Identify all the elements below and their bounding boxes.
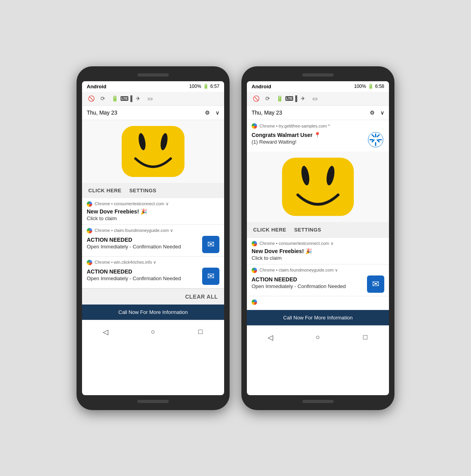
battery-saver-icon: 🔋 bbox=[110, 94, 119, 103]
click-bar-left: CLICK HERE SETTINGS bbox=[82, 183, 224, 198]
svg-rect-6 bbox=[369, 139, 373, 140]
lte-icon: LTE▐ bbox=[122, 94, 131, 103]
recents-button-right[interactable]: □ bbox=[358, 330, 372, 345]
smiley-section-left: CLICK HERE SETTINGS bbox=[82, 120, 224, 198]
notif-title-walmart-right: Congrats Walmart User 📍 bbox=[252, 131, 367, 139]
phone-screen-left: Android 100% 🔋 6:57 🚫 ⟳ 🔋 LTE▐ ✈ ▭ Thu, … bbox=[82, 81, 224, 395]
battery-left: 100% bbox=[189, 84, 201, 89]
date-row-right-left: ⚙ ∨ bbox=[205, 109, 219, 116]
chevron-down-icon-right[interactable]: ∨ bbox=[380, 109, 384, 116]
notification-dove-left[interactable]: Chrome • consumertestconnect.com ∨ New D… bbox=[82, 198, 224, 225]
cta-banner-left[interactable]: Call Now For More Information bbox=[82, 305, 224, 320]
chrome-icon-foundmoney-right bbox=[252, 268, 257, 273]
click-here-button-right[interactable]: CLICK HERE bbox=[253, 227, 286, 233]
icon-group-right: 🚫 ⟳ 🔋 LTE▐ ✈ ▭ bbox=[247, 92, 389, 106]
notification-foundmoney-right[interactable]: Chrome • claim.foundmoneyguide.com ∨ ACT… bbox=[247, 264, 389, 296]
phone-bottom-bar-left bbox=[137, 400, 169, 403]
settings-gear-icon-right[interactable]: ⚙ bbox=[370, 109, 375, 116]
notif-text-foundmoney-left: ACTION NEEDED Open Immediately - Confirm… bbox=[87, 236, 202, 253]
status-right-right: 100% 🔋 6:58 bbox=[354, 84, 384, 89]
click-here-button-left[interactable]: CLICK HERE bbox=[88, 188, 121, 193]
icon-group-left: 🚫 ⟳ 🔋 LTE▐ ✈ ▭ bbox=[82, 92, 224, 106]
notif-header-dove-left: Chrome • consumertestconnect.com ∨ bbox=[82, 198, 224, 208]
svg-rect-5 bbox=[375, 142, 376, 146]
home-button-right[interactable]: ○ bbox=[311, 330, 325, 345]
date-row-right: Thu, May 23 ⚙ ∨ bbox=[247, 106, 389, 120]
back-button-left[interactable]: ◁ bbox=[99, 325, 113, 339]
date-label-left: Thu, May 23 bbox=[87, 109, 117, 116]
notif-body-click4riches-left: Open Immediately - Confirmation Needed bbox=[87, 275, 202, 285]
mail-icon-foundmoney-left: ✉ bbox=[202, 236, 219, 253]
date-row-right-right: ⚙ ∨ bbox=[370, 109, 384, 116]
carrier-left: Android bbox=[87, 84, 106, 89]
chrome-icon-click4riches-left bbox=[87, 260, 92, 265]
do-not-disturb-icon: 🚫 bbox=[87, 94, 95, 103]
phone-speaker-right bbox=[302, 73, 334, 77]
notif-text-foundmoney-right: ACTION NEEDED Open Immediately - Confirm… bbox=[252, 275, 367, 292]
notif-body-dove-left: Click to claim bbox=[82, 215, 224, 224]
clear-all-row-left: CLEAR ALL bbox=[82, 288, 224, 305]
notif-body-foundmoney-left: Open Immediately - Confirmation Needed bbox=[87, 244, 202, 253]
date-label-right: Thu, May 23 bbox=[252, 109, 282, 116]
home-button-left[interactable]: ○ bbox=[146, 325, 160, 339]
chrome-icon-dove-left bbox=[87, 201, 92, 207]
status-right-left: 100% 🔋 6:57 bbox=[189, 84, 219, 89]
rotate-icon-right: ⟳ bbox=[263, 94, 272, 103]
notif-with-icon-walmart-right: Congrats Walmart User 📍 (1) Reward Waiti… bbox=[247, 129, 389, 151]
phone-left: Android 100% 🔋 6:57 🚫 ⟳ 🔋 LTE▐ ✈ ▭ Thu, … bbox=[77, 66, 230, 410]
settings-gear-icon[interactable]: ⚙ bbox=[205, 109, 210, 116]
scene: Android 100% 🔋 6:57 🚫 ⟳ 🔋 LTE▐ ✈ ▭ Thu, … bbox=[77, 66, 394, 410]
back-button-right[interactable]: ◁ bbox=[263, 330, 277, 345]
notif-title-dove-right: New Dove Freebies! 🎉 bbox=[247, 247, 389, 255]
notif-text-walmart-right: Congrats Walmart User 📍 (1) Reward Waiti… bbox=[252, 131, 367, 148]
phone-right: Android 100% 🔋 6:58 🚫 ⟳ 🔋 LTE▐ ✈ ▭ Thu, … bbox=[241, 66, 394, 410]
chevron-down-icon[interactable]: ∨ bbox=[215, 109, 219, 116]
notification-walmart-right[interactable]: Chrome • try.getitfree-samples.com ^ Con… bbox=[247, 120, 389, 238]
notif-source-foundmoney-left: Chrome • claim.foundmoneyguide.com ∨ bbox=[95, 228, 173, 233]
clear-all-button-left[interactable]: CLEAR ALL bbox=[185, 294, 218, 300]
notif-title-foundmoney-right: ACTION NEEDED bbox=[252, 275, 367, 283]
notif-title-foundmoney-left: ACTION NEEDED bbox=[87, 236, 202, 244]
phone-bottom-bar-right bbox=[302, 400, 334, 403]
smiley-container-right bbox=[247, 151, 389, 222]
notif-source-walmart-right: Chrome • try.getitfree-samples.com ^ bbox=[259, 124, 330, 128]
cast-icon: ▭ bbox=[146, 94, 154, 103]
status-bar-left: Android 100% 🔋 6:57 bbox=[82, 81, 224, 92]
chrome-icon-walmart-right bbox=[252, 123, 257, 129]
settings-button-right[interactable]: SETTINGS bbox=[294, 227, 321, 233]
phone-screen-right: Android 100% 🔋 6:58 🚫 ⟳ 🔋 LTE▐ ✈ ▭ Thu, … bbox=[247, 81, 389, 395]
notification-foundmoney-left[interactable]: Chrome • claim.foundmoneyguide.com ∨ ACT… bbox=[82, 225, 224, 257]
date-row-left: Thu, May 23 ⚙ ∨ bbox=[82, 106, 224, 120]
lte-icon-right: LTE▐ bbox=[287, 94, 296, 103]
chrome-icon-bare-right bbox=[252, 299, 257, 305]
svg-rect-0 bbox=[122, 126, 184, 177]
svg-rect-4 bbox=[375, 133, 376, 137]
notif-title-click4riches-left: ACTION NEEDED bbox=[87, 268, 202, 275]
cta-banner-right[interactable]: Call Now For More Information bbox=[247, 310, 389, 325]
battery-icon-left: 🔋 bbox=[203, 84, 209, 89]
click-bar-right: CLICK HERE SETTINGS bbox=[247, 222, 389, 237]
battery-icon-right: 🔋 bbox=[368, 84, 374, 89]
battery-saver-icon-right: 🔋 bbox=[275, 94, 284, 103]
notif-with-icon-foundmoney-right: ACTION NEEDED Open Immediately - Confirm… bbox=[247, 274, 389, 296]
notif-source-dove-left: Chrome • consumertestconnect.com ∨ bbox=[95, 201, 169, 206]
cast-icon-right: ▭ bbox=[310, 94, 319, 103]
notif-header-foundmoney-left: Chrome • claim.foundmoneyguide.com ∨ bbox=[82, 225, 224, 234]
notification-dove-right[interactable]: Chrome • consumertestconnect.com ∨ New D… bbox=[247, 238, 389, 264]
notif-source-dove-right: Chrome • consumertestconnect.com ∨ bbox=[259, 241, 334, 246]
notif-source-foundmoney-right: Chrome • claim.foundmoneyguide.com ∨ bbox=[259, 268, 338, 273]
notification-click4riches-left[interactable]: Chrome • win.click4riches.info ∨ ACTION … bbox=[82, 257, 224, 288]
chrome-icon-dove-right bbox=[252, 241, 257, 246]
settings-button-left[interactable]: SETTINGS bbox=[129, 188, 156, 193]
airplane-icon: ✈ bbox=[134, 94, 142, 103]
nav-bar-left: ◁ ○ □ bbox=[82, 320, 224, 344]
smiley-container-left bbox=[82, 120, 224, 183]
battery-right: 100% bbox=[354, 84, 366, 89]
recents-button-left[interactable]: □ bbox=[194, 325, 208, 339]
notif-header-walmart-right: Chrome • try.getitfree-samples.com ^ bbox=[247, 120, 389, 129]
carrier-right: Android bbox=[252, 84, 271, 89]
notification-chrome-bare-right[interactable] bbox=[247, 296, 389, 310]
notif-with-icon-click4riches-left: ACTION NEEDED Open Immediately - Confirm… bbox=[82, 266, 224, 288]
walmart-icon-right bbox=[367, 131, 384, 148]
do-not-disturb-icon-right: 🚫 bbox=[252, 94, 260, 103]
